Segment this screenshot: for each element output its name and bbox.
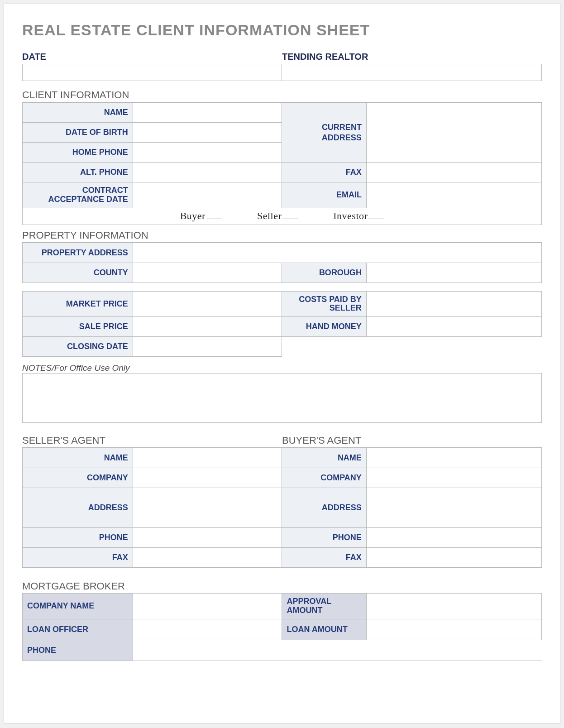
- property-info-heading: PROPERTY INFORMATION: [22, 230, 542, 243]
- page-title: REAL ESTATE CLIENT INFORMATION SHEET: [22, 21, 542, 39]
- buyer-phone-label: PHONE: [282, 528, 366, 548]
- seller-company-input[interactable]: [133, 469, 282, 487]
- market-price-input[interactable]: [133, 295, 282, 313]
- seller-address-label: ADDRESS: [23, 488, 133, 528]
- seller-phone-input[interactable]: [133, 529, 282, 547]
- role-buyer-blank[interactable]: [206, 219, 222, 219]
- agents-table: NAME NAME COMPANY COMPANY ADDRESS ADDRES…: [22, 448, 542, 568]
- role-seller-label: Seller: [257, 210, 282, 221]
- alt-phone-label: ALT. PHONE: [23, 163, 133, 182]
- sale-price-label: SALE PRICE: [23, 317, 133, 337]
- notes-label: NOTES/For Office Use Only: [22, 363, 542, 373]
- role-buyer-label: Buyer: [180, 210, 206, 221]
- approval-amount-input[interactable]: [367, 597, 541, 615]
- broker-phone-input[interactable]: [133, 641, 542, 659]
- current-address-label: CURRENT ADDRESS: [282, 103, 366, 163]
- seller-address-input[interactable]: [133, 496, 282, 518]
- mortgage-broker-table: COMPANY NAME APPROVAL AMOUNT LOAN OFFICE…: [22, 593, 542, 661]
- buyer-name-label: NAME: [282, 448, 366, 468]
- home-phone-input[interactable]: [133, 144, 282, 162]
- loan-amount-label: LOAN AMOUNT: [282, 619, 366, 640]
- company-name-input[interactable]: [133, 597, 282, 615]
- buyer-name-input[interactable]: [367, 449, 541, 467]
- contract-date-input[interactable]: [133, 186, 282, 204]
- fax-input[interactable]: [367, 163, 541, 182]
- role-investor-label: Investor: [333, 210, 368, 221]
- buyer-phone-input[interactable]: [367, 529, 541, 547]
- name-input[interactable]: [133, 104, 282, 122]
- buyer-address-input[interactable]: [367, 496, 541, 518]
- buyer-company-label: COMPANY: [282, 468, 366, 488]
- home-phone-label: HOME PHONE: [23, 143, 133, 163]
- contract-date-label: CONTRACT ACCEPTANCE DATE: [23, 182, 133, 208]
- county-input[interactable]: [133, 263, 282, 282]
- agents-headings: SELLER'S AGENT BUYER'S AGENT: [22, 435, 542, 448]
- role-investor-blank[interactable]: [368, 219, 384, 219]
- buyer-fax-label: FAX: [282, 548, 366, 568]
- hand-money-input[interactable]: [367, 318, 541, 336]
- client-info-table: NAME CURRENT ADDRESS DATE OF BIRTH HOME …: [22, 102, 542, 225]
- market-price-label: MARKET PRICE: [23, 291, 133, 317]
- borough-label: BOROUGH: [282, 263, 366, 283]
- costs-paid-label: COSTS PAID BY SELLER: [282, 291, 366, 317]
- dob-label: DATE OF BIRTH: [23, 123, 133, 143]
- loan-officer-label: LOAN OFFICER: [23, 619, 133, 640]
- loan-officer-input[interactable]: [133, 620, 282, 638]
- buyer-address-label: ADDRESS: [282, 488, 366, 528]
- seller-fax-label: FAX: [23, 548, 133, 568]
- company-name-label: COMPANY NAME: [23, 594, 133, 619]
- buyer-fax-input[interactable]: [367, 549, 541, 567]
- top-row: DATE TENDING REALTOR: [22, 52, 542, 64]
- client-role-row: Buyer Seller Investor: [23, 208, 542, 225]
- closing-date-input[interactable]: [133, 338, 282, 356]
- email-input[interactable]: [367, 186, 541, 204]
- county-label: COUNTY: [23, 263, 133, 283]
- seller-company-label: COMPANY: [23, 468, 133, 488]
- alt-phone-input[interactable]: [133, 163, 282, 182]
- costs-paid-input[interactable]: [367, 295, 541, 313]
- dob-input[interactable]: [133, 124, 282, 142]
- date-input[interactable]: [22, 64, 282, 81]
- property-info-table: PROPERTY ADDRESS COUNTY BOROUGH: [22, 243, 542, 283]
- borough-input[interactable]: [367, 263, 541, 282]
- mortgage-broker-heading: MORTGAGE BROKER: [22, 580, 542, 593]
- notes-input[interactable]: [22, 373, 542, 423]
- seller-name-input[interactable]: [133, 449, 282, 467]
- seller-name-label: NAME: [23, 448, 133, 468]
- sellers-agent-heading: SELLER'S AGENT: [22, 435, 282, 448]
- name-label: NAME: [23, 103, 133, 123]
- fax-label: FAX: [282, 163, 366, 182]
- role-seller-blank[interactable]: [282, 219, 298, 219]
- current-address-input[interactable]: [367, 120, 541, 143]
- client-info-heading: CLIENT INFORMATION: [22, 89, 542, 102]
- date-label: DATE: [22, 52, 282, 64]
- property-pricing-table: MARKET PRICE COSTS PAID BY SELLER SALE P…: [22, 291, 542, 357]
- property-address-label: PROPERTY ADDRESS: [23, 243, 133, 263]
- closing-date-label: CLOSING DATE: [23, 337, 133, 357]
- approval-amount-label: APPROVAL AMOUNT: [282, 594, 366, 619]
- buyer-company-input[interactable]: [367, 469, 541, 487]
- loan-amount-input[interactable]: [367, 620, 541, 638]
- broker-phone-label: PHONE: [23, 640, 133, 661]
- email-label: EMAIL: [282, 182, 366, 208]
- buyers-agent-heading: BUYER'S AGENT: [282, 435, 542, 448]
- seller-fax-input[interactable]: [133, 549, 282, 567]
- form-page: REAL ESTATE CLIENT INFORMATION SHEET DAT…: [4, 4, 560, 723]
- sale-price-input[interactable]: [133, 318, 282, 336]
- seller-phone-label: PHONE: [23, 528, 133, 548]
- property-address-input[interactable]: [133, 244, 541, 262]
- hand-money-label: HAND MONEY: [282, 317, 366, 337]
- tending-realtor-input[interactable]: [282, 64, 542, 81]
- tending-realtor-label: TENDING REALTOR: [282, 52, 542, 64]
